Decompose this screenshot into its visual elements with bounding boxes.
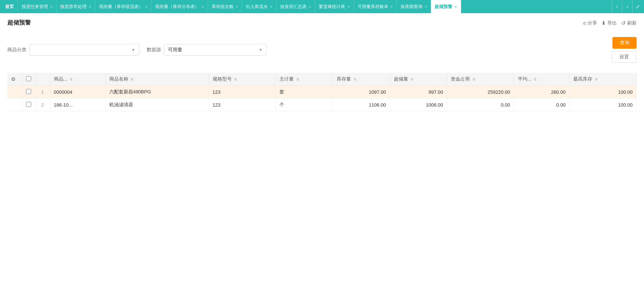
query-button[interactable]: 查询 [612, 37, 637, 49]
nav-tab-overstock-alert[interactable]: 超储预警 × [431, 0, 461, 13]
cell-product-name-0: 六配套新昌490BPG [105, 86, 209, 99]
col-header-product-code[interactable]: 商品... ⇅ [50, 73, 105, 86]
cell-gear-0 [7, 86, 22, 99]
close-tab-recv-send[interactable]: × [309, 4, 311, 9]
close-tab-exception[interactable]: × [89, 4, 91, 9]
export-icon: ⬇ [601, 20, 606, 26]
data-table: ⚙ 商品... ⇅ 商品名称 ⇅ 规格型号 ⇅ [7, 73, 637, 111]
cell-unit-1: 个 [276, 99, 333, 111]
col-header-capital[interactable]: 资金占用 ⇅ [447, 73, 514, 86]
nav-tab-quality-check[interactable]: 保质期查询 × [397, 0, 431, 13]
export-button[interactable]: ⬇ 导出 [601, 20, 617, 26]
cell-max-stock-1: 100.00 [570, 99, 637, 111]
cell-max-stock-0: 100.00 [570, 86, 637, 99]
cell-avg-0: 260.00 [514, 86, 570, 99]
sort-icon-product-name: ⇅ [131, 77, 133, 81]
cell-avg-1: 0.00 [514, 99, 570, 111]
category-label: 商品分类 [7, 47, 26, 53]
main-content: 超储预警 ⎋ 分享 ⬇ 导出 ↺ 刷新 商品分类 ▼ 数据源 [0, 13, 644, 293]
nav-tab-available-account[interactable]: 可用量库存账本 × [354, 0, 397, 13]
row-checkbox-1[interactable] [26, 102, 31, 107]
col-header-stock[interactable]: 库存量 ⇅ [333, 73, 390, 86]
category-select[interactable]: ▼ [29, 44, 139, 56]
nav-tab-inventory-dist[interactable]: 现存量（库存分布表） × [151, 0, 208, 13]
nav-next-button[interactable]: › [622, 0, 632, 13]
nav-tab-batch-account[interactable]: 库存批次账 × [208, 0, 242, 13]
close-tab-batch-account[interactable]: × [236, 4, 238, 9]
top-nav: 首页 拣货任务管理 × 拣货异常处理 × 现存量（库存状况表） × 现存量（库存… [0, 0, 644, 13]
close-tab-inventory-dist[interactable]: × [201, 4, 204, 9]
table-row: 2 186-10... 机油滤清器 123 个 1106.00 1006.00 … [7, 99, 637, 111]
col-header-spec[interactable]: 规格型号 ⇅ [209, 73, 276, 86]
sort-icon-stock: ⇅ [354, 77, 356, 81]
datasource-filter: 数据源 可用量 ▼ [147, 44, 267, 56]
col-header-overstock[interactable]: 超储量 ⇅ [390, 73, 447, 86]
chevron-down-icon-2: ▼ [259, 48, 263, 52]
sort-icon-product-code: ⇅ [70, 77, 73, 81]
close-tab-task-mgmt[interactable]: × [50, 4, 52, 9]
refresh-button[interactable]: ↺ 刷新 [621, 20, 637, 26]
col-header-max-stock[interactable]: 最高库存 ⇅ [570, 73, 637, 86]
cell-capital-1: 0.00 [447, 99, 514, 111]
header-actions: ⎋ 分享 ⬇ 导出 ↺ 刷新 [583, 20, 637, 26]
close-tab-order-stats[interactable]: × [347, 4, 350, 9]
nav-prev-button[interactable]: ‹ [612, 0, 622, 13]
sort-icon-max-stock: ⇅ [595, 77, 598, 81]
page-title: 超储预警 [7, 19, 31, 27]
settings-button[interactable]: 设置 [612, 51, 637, 63]
sort-icon-overstock: ⇅ [410, 77, 413, 81]
cell-overstock-1: 1006.00 [390, 99, 447, 111]
nav-tab-inventory-status[interactable]: 现存量（库存状况表） × [95, 0, 151, 13]
cell-gear-1 [7, 99, 22, 111]
datasource-label: 数据源 [147, 47, 161, 53]
cell-overstock-0: 997.00 [390, 86, 447, 99]
gear-icon[interactable]: ⚙ [11, 76, 16, 82]
close-tab-available-account[interactable]: × [391, 4, 393, 9]
cell-product-code-0: 0000004 [50, 86, 105, 99]
close-tab-inout-flow[interactable]: × [270, 4, 272, 9]
close-tab-overstock-alert[interactable]: × [454, 4, 457, 9]
nav-tab-recv-send[interactable]: 收发存汇总表 × [277, 0, 315, 13]
cell-checkbox-0[interactable] [22, 86, 35, 99]
cell-spec-0: 123 [209, 86, 276, 99]
col-header-checkbox[interactable] [22, 73, 35, 86]
share-button[interactable]: ⎋ 分享 [583, 20, 597, 26]
cell-stock-0: 1097.00 [333, 86, 390, 99]
action-buttons: 查询 设置 [612, 37, 637, 63]
share-icon: ⎋ [583, 20, 586, 26]
cell-product-name-1: 机油滤清器 [105, 99, 209, 111]
nav-arrows: ‹ › ⤢ [612, 0, 643, 13]
close-tab-quality-check[interactable]: × [425, 4, 427, 9]
col-header-unit[interactable]: 主计量 ⇅ [276, 73, 333, 86]
col-header-avg[interactable]: 平均... ⇅ [514, 73, 570, 86]
cell-checkbox-1[interactable] [22, 99, 35, 111]
col-header-gear[interactable]: ⚙ [7, 73, 22, 86]
cell-product-code-1: 186-10... [50, 99, 105, 111]
cell-rownum-1: 2 [35, 99, 50, 111]
sort-icon-capital: ⇅ [472, 77, 475, 81]
table-row: 1 0000004 六配套新昌490BPG 123 套 1097.00 997.… [7, 86, 637, 99]
nav-expand-button[interactable]: ⤢ [632, 0, 643, 13]
col-header-product-name[interactable]: 商品名称 ⇅ [105, 73, 209, 86]
row-checkbox-0[interactable] [26, 89, 31, 94]
nav-tab-order-stats[interactable]: 要货单统计表 × [315, 0, 354, 13]
cell-spec-1: 123 [209, 99, 276, 111]
col-header-rownum [35, 73, 50, 86]
cell-stock-1: 1106.00 [333, 99, 390, 111]
category-filter: 商品分类 ▼ [7, 44, 139, 56]
close-tab-inventory-status[interactable]: × [145, 4, 147, 9]
sort-icon-unit: ⇅ [296, 77, 299, 81]
select-all-checkbox[interactable] [26, 76, 31, 81]
datasource-select-value: 可用量 [168, 47, 182, 53]
datasource-select[interactable]: 可用量 ▼ [164, 44, 267, 56]
filter-bar: 商品分类 ▼ 数据源 可用量 ▼ 查询 设置 [7, 33, 637, 67]
nav-tab-task-mgmt[interactable]: 拣货任务管理 × [18, 0, 56, 13]
page-header: 超储预警 ⎋ 分享 ⬇ 导出 ↺ 刷新 [7, 19, 637, 27]
refresh-icon: ↺ [621, 20, 626, 26]
chevron-down-icon: ▼ [131, 48, 135, 52]
sort-icon-avg: ⇅ [534, 77, 537, 81]
cell-unit-0: 套 [276, 86, 333, 99]
nav-tab-exception[interactable]: 拣货异常处理 × [56, 0, 95, 13]
nav-tab-inout-flow[interactable]: 出入库流水 × [242, 0, 276, 13]
nav-tab-home[interactable]: 首页 [1, 0, 18, 13]
